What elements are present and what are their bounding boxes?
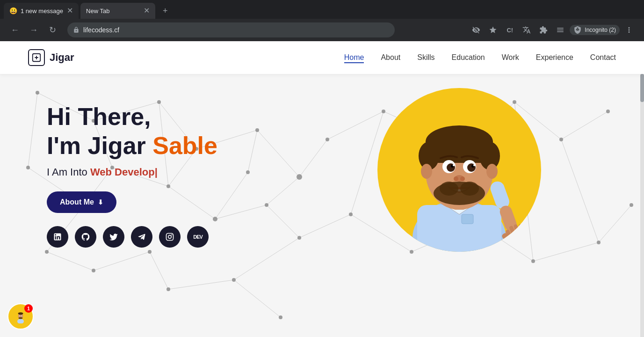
nav-item-contact[interactable]: Contact: [590, 53, 616, 62]
svg-point-58: [297, 236, 301, 240]
about-btn-label: About Me: [60, 198, 94, 206]
address-bar[interactable]: lifecodess.cf: [67, 22, 395, 37]
instagram-icon[interactable]: [159, 226, 181, 248]
svg-line-38: [561, 139, 599, 242]
svg-point-107: [486, 164, 498, 179]
star-icon[interactable]: [485, 22, 500, 37]
svg-point-71: [232, 278, 236, 282]
svg-point-116: [19, 317, 23, 319]
svg-line-24: [599, 205, 631, 242]
hero-content: Hi There, I'm Jigar Sable I Am Into Web …: [0, 74, 281, 248]
hero-subtitle: I Am Into Web Develop|: [47, 166, 281, 178]
logo-text: Jigar: [50, 51, 74, 64]
svg-line-6: [299, 139, 327, 177]
eye-off-icon[interactable]: [469, 22, 484, 37]
svg-point-91: [473, 164, 475, 166]
nav-item-skills[interactable]: Skills: [417, 53, 434, 62]
svg-point-115: [22, 315, 22, 316]
svg-line-7: [327, 111, 384, 139]
download-icon: ⬇: [98, 198, 103, 206]
svg-rect-103: [513, 224, 521, 239]
devto-icon[interactable]: DEV: [187, 226, 209, 248]
back-button[interactable]: ←: [7, 22, 22, 37]
tab-bar: 😀 1 new message ✕ New Tab ✕ +: [0, 0, 644, 19]
scrollbar[interactable]: [640, 74, 644, 337]
telegram-icon[interactable]: [131, 226, 152, 248]
site-logo[interactable]: Jigar: [28, 49, 74, 66]
svg-line-29: [150, 252, 168, 289]
svg-point-53: [606, 110, 610, 113]
svg-rect-83: [426, 139, 493, 163]
puzzle-icon[interactable]: [536, 22, 551, 37]
nav-link-experience[interactable]: Experience: [536, 53, 573, 61]
tab-1-title: 1 new message: [21, 7, 63, 15]
nav-link-contact[interactable]: Contact: [590, 53, 616, 61]
list-icon[interactable]: [553, 22, 568, 37]
nav-link-work[interactable]: Work: [502, 53, 519, 61]
svg-line-11: [561, 111, 608, 139]
nav-item-home[interactable]: Home: [344, 53, 364, 62]
reload-button[interactable]: ↻: [45, 22, 60, 37]
hero-name: I'm Jigar Sable: [47, 131, 281, 160]
svg-point-47: [297, 174, 302, 180]
hero-section: Hi There, I'm Jigar Sable I Am Into Web …: [0, 74, 644, 337]
scrollbar-thumb[interactable]: [640, 74, 644, 102]
svg-point-68: [92, 269, 95, 272]
svg-point-52: [559, 138, 563, 141]
tab-1-close-icon[interactable]: ✕: [67, 7, 73, 15]
tab-1-favicon: 😀: [9, 7, 17, 15]
new-tab-button[interactable]: +: [157, 3, 174, 19]
logo-svg: [31, 52, 42, 63]
svg-point-93: [454, 176, 458, 181]
nav-link-education[interactable]: Education: [452, 53, 485, 61]
about-me-button[interactable]: About Me ⬇: [47, 191, 116, 213]
nav-link-home[interactable]: Home: [344, 53, 364, 63]
hero-subtitle-prefix: I Am Into: [47, 166, 90, 178]
notification-count: 1: [24, 304, 33, 313]
svg-point-67: [45, 250, 49, 254]
address-url: lifecodess.cf: [83, 26, 389, 34]
forward-button[interactable]: →: [26, 22, 41, 37]
svg-rect-104: [518, 224, 526, 237]
nav-icons: C! Incognito (2): [469, 22, 637, 37]
translate-icon[interactable]: [519, 22, 534, 37]
svg-point-70: [166, 287, 170, 291]
browser-window: 😀 1 new message ✕ New Tab ✕ + ← → ↻ life…: [0, 0, 644, 337]
tab-2-title: New Tab: [86, 7, 140, 15]
menu-icon[interactable]: [622, 22, 637, 37]
nav-item-education[interactable]: Education: [452, 53, 485, 62]
svg-line-23: [533, 242, 599, 261]
svg-point-96: [440, 182, 458, 196]
nav-item-about[interactable]: About: [381, 53, 400, 62]
svg-point-59: [349, 212, 353, 216]
hero-name-highlight: Sable: [152, 132, 217, 159]
logo-icon: [28, 49, 45, 66]
svg-line-30: [168, 280, 234, 289]
linkedin-icon[interactable]: [47, 226, 68, 248]
avatar-circle: [377, 88, 541, 252]
svg-line-19: [299, 214, 351, 238]
nav-link-about[interactable]: About: [381, 53, 400, 61]
notification-bubble[interactable]: 1: [7, 303, 34, 330]
svg-point-72: [279, 315, 282, 319]
website-container: Jigar Home About Skills Education Work E…: [0, 41, 644, 337]
hero-name-prefix: I'm Jigar: [47, 132, 152, 159]
nav-item-experience[interactable]: Experience: [536, 53, 573, 62]
svg-point-48: [326, 138, 329, 141]
svg-point-111: [18, 312, 23, 315]
svg-point-114: [20, 315, 20, 316]
svg-line-27: [47, 252, 94, 271]
tab-2[interactable]: New Tab ✕: [80, 3, 155, 19]
extension-icon[interactable]: C!: [502, 22, 517, 37]
nav-item-work[interactable]: Work: [502, 53, 519, 62]
svg-point-106: [421, 164, 432, 179]
nav-link-skills[interactable]: Skills: [417, 53, 434, 61]
github-icon[interactable]: [75, 226, 96, 248]
hero-greeting: Hi There,: [47, 102, 281, 131]
svg-rect-77: [462, 214, 473, 224]
tab-2-close-icon[interactable]: ✕: [144, 7, 150, 15]
tab-1[interactable]: 😀 1 new message ✕: [4, 3, 79, 19]
svg-point-62: [531, 259, 535, 263]
site-nav-links: Home About Skills Education Work Experie…: [344, 53, 616, 62]
twitter-icon[interactable]: [103, 226, 124, 248]
